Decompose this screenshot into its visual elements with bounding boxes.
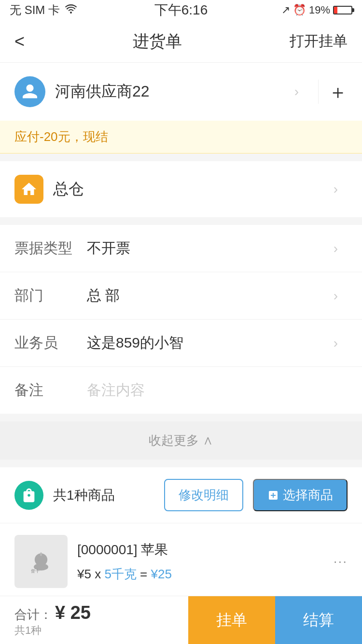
collapse-bar[interactable]: 收起更多 ∧ — [0, 421, 362, 460]
add-product-icon — [267, 490, 279, 501]
footer-sub-text: 共1种 — [14, 623, 174, 638]
back-button[interactable]: < — [14, 31, 25, 52]
product-more-button[interactable]: ··· — [334, 554, 348, 569]
svg-rect-2 — [40, 552, 42, 556]
nav-bar: < 进货单 打开挂单 — [0, 20, 362, 63]
salesperson-value: 这是859的小智 — [87, 333, 334, 353]
warehouse-name: 总仓 — [53, 179, 334, 200]
product-title: 苹果 — [141, 542, 168, 557]
product-name: [0000001] 苹果 — [77, 541, 324, 559]
select-product-label: 选择商品 — [283, 487, 333, 504]
total-label-text: 合计： — [14, 606, 52, 623]
collapse-label: 收起更多 ∧ — [149, 433, 213, 448]
edit-detail-button[interactable]: 修改明细 — [164, 479, 243, 511]
remark-input[interactable]: 备注内容 — [87, 380, 348, 400]
status-left: 无 SIM 卡 — [10, 2, 77, 18]
form-section: 票据类型 不开票 › 部门 总 部 › 业务员 这是859的小智 › 备注 备注… — [0, 225, 362, 414]
notice-text: 应付-20元，现结 — [14, 129, 108, 144]
main-content: 河南供应商22 › ＋ 应付-20元，现结 总仓 › 票据类型 不开票 › — [0, 63, 362, 644]
hang-label: 挂单 — [216, 610, 247, 631]
notice-bar: 应付-20元，现结 — [0, 121, 362, 154]
remark-row[interactable]: 备注 备注内容 — [0, 367, 362, 414]
status-bar: 无 SIM 卡 下午6:16 ↗ ⏰ 19% — [0, 0, 362, 20]
svg-text:督十: 督十 — [31, 569, 40, 574]
invoice-type-row[interactable]: 票据类型 不开票 › — [0, 225, 362, 272]
salesperson-chevron-icon: › — [334, 336, 338, 351]
product-count-text: 共1种商品 — [53, 486, 154, 504]
department-chevron-icon: › — [334, 288, 338, 304]
department-label: 部门 — [14, 286, 77, 306]
quantity: 5千克 — [104, 567, 136, 581]
alarm-icon: ⏰ — [293, 4, 306, 16]
pay-button[interactable]: 结算 — [275, 596, 362, 644]
total-price: ¥25 — [151, 567, 172, 581]
shopping-bag-icon — [21, 487, 37, 504]
salesperson-row[interactable]: 业务员 这是859的小智 › — [0, 320, 362, 367]
total-label: 合计： ¥ 25 — [14, 602, 174, 623]
supplier-section: 河南供应商22 › ＋ 应付-20元，现结 — [0, 63, 362, 154]
product-info: [0000001] 苹果 ¥5 x 5千克 = ¥25 — [77, 541, 324, 583]
footer-total: 合计： ¥ 25 共1种 — [0, 596, 188, 644]
footer: 合计： ¥ 25 共1种 挂单 结算 — [0, 596, 362, 644]
department-row[interactable]: 部门 总 部 › — [0, 272, 362, 320]
total-amount: ¥ 25 — [55, 602, 91, 623]
equals: = — [140, 567, 151, 581]
hang-button[interactable]: 挂单 — [188, 596, 275, 644]
product-count-icon — [14, 481, 43, 510]
open-hang-button[interactable]: 打开挂单 — [290, 31, 348, 51]
warehouse-row[interactable]: 总仓 › — [0, 161, 362, 217]
home-icon — [20, 181, 38, 198]
location-icon: ↗ — [281, 4, 290, 16]
invoice-type-chevron-icon: › — [334, 241, 338, 256]
salesperson-label: 业务员 — [14, 333, 77, 353]
unit-price: ¥5 x — [77, 567, 104, 581]
supplier-row[interactable]: 河南供应商22 › ＋ — [0, 63, 362, 121]
warehouse-chevron-icon: › — [334, 182, 338, 197]
product-code: [0000001] — [77, 542, 141, 557]
page-title: 进货单 — [133, 30, 182, 53]
department-value: 总 部 — [87, 286, 334, 306]
product-header: 共1种商品 修改明细 选择商品 — [0, 467, 362, 523]
warehouse-section[interactable]: 总仓 › — [0, 161, 362, 217]
remark-label: 备注 — [14, 380, 77, 400]
carrier-text: 无 SIM 卡 — [10, 2, 60, 18]
product-thumbnail: 督十 — [14, 535, 68, 588]
wifi-icon — [65, 3, 77, 17]
warehouse-icon — [14, 175, 43, 204]
product-thumb-icon: 督十 — [27, 547, 56, 576]
invoice-type-value: 不开票 — [87, 238, 334, 258]
battery-icon — [333, 6, 352, 14]
person-icon — [21, 83, 39, 100]
select-product-button[interactable]: 选择商品 — [253, 479, 348, 511]
product-item: 督十 [0000001] 苹果 ¥5 x 5千克 = ¥25 ··· — [0, 523, 362, 600]
product-price: ¥5 x 5千克 = ¥25 — [77, 566, 324, 583]
pay-label: 结算 — [303, 610, 334, 631]
vertical-divider — [318, 80, 319, 104]
battery-percent: 19% — [309, 4, 330, 16]
supplier-chevron-icon: › — [294, 84, 299, 99]
supplier-avatar — [14, 76, 45, 107]
supplier-name: 河南供应商22 — [55, 81, 294, 102]
add-supplier-button[interactable]: ＋ — [328, 79, 348, 105]
status-time: 下午6:16 — [154, 1, 208, 19]
invoice-type-label: 票据类型 — [14, 238, 77, 258]
status-right: ↗ ⏰ 19% — [281, 4, 352, 16]
products-section: 共1种商品 修改明细 选择商品 督十 [000000 — [0, 467, 362, 600]
